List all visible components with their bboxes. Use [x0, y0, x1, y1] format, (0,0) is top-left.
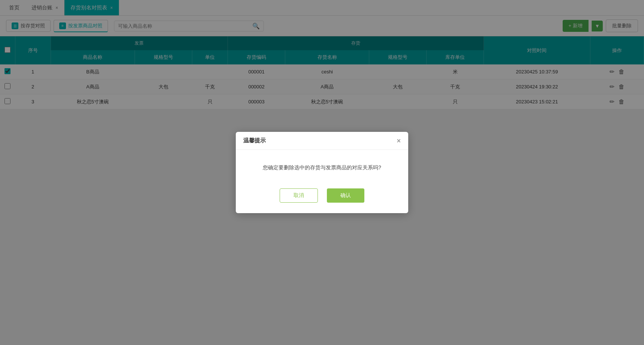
overlay: 温馨提示 × 您确定要删除选中的存货与发票商品的对应关系吗? 取消 确认: [0, 0, 644, 109]
